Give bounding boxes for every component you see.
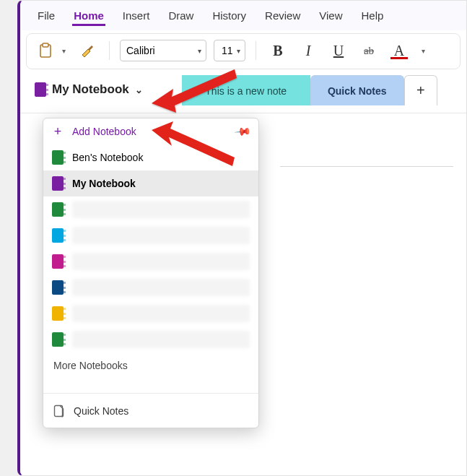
add-notebook-label: Add Notebook <box>72 126 136 137</box>
font-color-swatch <box>390 57 408 59</box>
notebook-item[interactable]: My Notebook <box>43 170 258 196</box>
notebook-icon <box>52 280 64 295</box>
notebook-icon <box>52 306 64 321</box>
menu-home[interactable]: Home <box>72 7 105 26</box>
menu-review[interactable]: Review <box>263 7 302 26</box>
menu-bar: File Home Insert Draw History Review Vie… <box>20 1 466 30</box>
notebook-label-redacted <box>72 201 250 218</box>
notebook-item[interactable] <box>43 196 258 222</box>
separator <box>109 41 110 60</box>
chevron-down-icon[interactable]: ▾ <box>418 47 428 55</box>
menu-insert[interactable]: Insert <box>121 7 152 26</box>
page-tab-current[interactable]: This is a new note <box>182 75 310 105</box>
pin-icon[interactable]: 📌 <box>233 122 252 141</box>
font-family-value: Calibri <box>126 45 155 56</box>
format-painter-button[interactable] <box>76 40 99 61</box>
notebook-selector-button[interactable]: My Notebook ⌄ <box>20 74 153 105</box>
chevron-down-icon[interactable]: ▾ <box>58 47 69 55</box>
notebook-label: Ben's Notebook <box>72 152 143 163</box>
current-notebook-label: My Notebook <box>52 82 129 97</box>
underline-button[interactable]: U <box>327 40 350 61</box>
svg-rect-1 <box>43 43 48 47</box>
menu-help[interactable]: Help <box>360 7 385 26</box>
chevron-down-icon: ▾ <box>237 47 240 55</box>
notebook-icon <box>52 332 64 347</box>
notebook-item[interactable]: Ben's Notebook <box>43 144 258 170</box>
notebook-dropdown: + Add Notebook 📌 Ben's NotebookMy Notebo… <box>43 118 259 428</box>
page-icon <box>53 404 65 417</box>
separator <box>256 41 256 60</box>
notebook-icon <box>52 176 64 191</box>
tab-strip: My Notebook ⌄ This is a new note Quick N… <box>20 74 466 105</box>
section-tab-quick-notes[interactable]: Quick Notes <box>310 75 404 105</box>
notebook-icon <box>35 82 46 97</box>
menu-draw[interactable]: Draw <box>167 7 195 26</box>
page-tab-label: This is a new note <box>205 85 287 97</box>
add-notebook-item[interactable]: + Add Notebook 📌 <box>43 118 258 144</box>
plus-icon: + <box>416 82 425 99</box>
clipboard-icon <box>38 43 53 59</box>
chevron-down-icon: ⌄ <box>135 85 143 95</box>
font-size-select[interactable]: 11 ▾ <box>214 40 245 61</box>
notebook-list: Ben's NotebookMy Notebook <box>43 144 258 352</box>
menu-file[interactable]: File <box>36 7 56 26</box>
notebook-label-redacted <box>72 227 250 244</box>
notebook-label-redacted <box>72 331 250 348</box>
notebook-item[interactable] <box>43 326 258 352</box>
menu-history[interactable]: History <box>211 7 248 26</box>
notebook-label-redacted <box>72 253 250 270</box>
more-notebooks-item[interactable]: More Notebooks <box>43 352 258 371</box>
notebook-item[interactable] <box>43 274 258 300</box>
paste-button[interactable] <box>34 40 57 61</box>
notebook-label-redacted <box>72 305 250 322</box>
plus-icon: + <box>52 124 64 139</box>
notebook-icon <box>52 254 64 269</box>
menu-view[interactable]: View <box>318 7 344 26</box>
page-title-input[interactable] <box>280 134 453 167</box>
ribbon-toolbar: ▾ Calibri ▾ 11 ▾ B I U ab A ▾ <box>26 33 461 69</box>
notebook-item[interactable] <box>43 300 258 326</box>
section-tab-label: Quick Notes <box>328 85 387 97</box>
strikethrough-button[interactable]: ab <box>357 40 380 61</box>
italic-button[interactable]: I <box>297 40 320 61</box>
notebook-label-redacted <box>72 279 250 296</box>
font-family-select[interactable]: Calibri ▾ <box>120 40 206 61</box>
font-size-value: 11 <box>222 45 233 56</box>
notebook-icon <box>52 202 64 217</box>
quick-notes-item[interactable]: Quick Notes <box>43 393 258 428</box>
notebook-label: My Notebook <box>72 178 136 189</box>
font-color-button[interactable]: A <box>388 40 411 61</box>
notebook-item[interactable] <box>43 222 258 248</box>
notebook-icon <box>52 228 64 243</box>
bold-button[interactable]: B <box>266 40 289 61</box>
notebook-icon <box>52 150 64 165</box>
quick-notes-label: Quick Notes <box>74 405 128 417</box>
notebook-item[interactable] <box>43 248 258 274</box>
chevron-down-icon: ▾ <box>198 47 201 55</box>
paintbrush-icon <box>79 43 95 59</box>
add-tab-button[interactable]: + <box>404 75 437 105</box>
